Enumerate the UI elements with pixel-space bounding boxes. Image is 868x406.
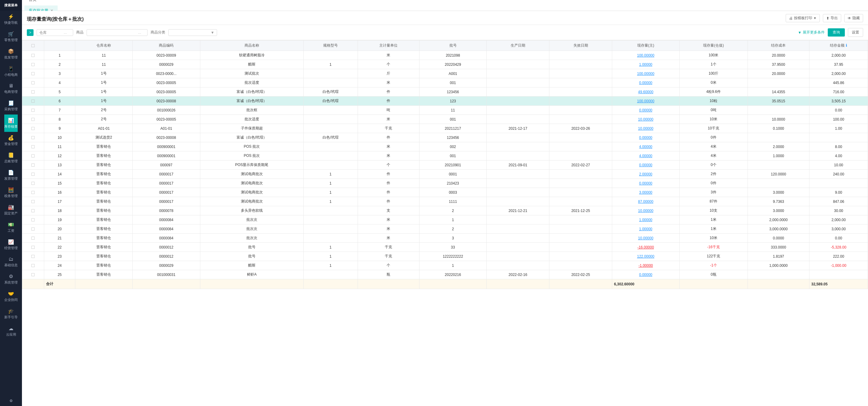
set-button[interactable]: 设置 (848, 28, 863, 37)
qty-link[interactable]: 122.00000 (637, 254, 654, 259)
cell-check[interactable]: ☐ (22, 197, 44, 206)
qty-link[interactable]: -1.00000 (639, 264, 653, 268)
row-checkbox[interactable]: ☐ (31, 90, 35, 94)
qty-link[interactable]: 10.00000 (638, 117, 653, 122)
cell-check[interactable]: ☐ (22, 252, 44, 261)
qty-link[interactable]: 0.00000 (639, 136, 652, 140)
tab-home[interactable]: 首页 (24, 0, 58, 5)
cell-check[interactable]: ☐ (22, 97, 44, 106)
sidebar-item-system[interactable]: ⚙系统管理 (4, 270, 18, 288)
sidebar-item-collab[interactable]: 🤝企业协同 (4, 288, 18, 305)
row-checkbox[interactable]: ☐ (31, 181, 35, 186)
cell-check[interactable]: ☐ (22, 69, 44, 78)
cell-check[interactable]: ☐ (22, 206, 44, 215)
qty-link[interactable]: 0.00000 (639, 108, 652, 112)
cell-check[interactable]: ☐ (22, 215, 44, 225)
qty-link[interactable]: 10.00000 (638, 126, 653, 131)
cell-check[interactable]: ☐ (22, 106, 44, 115)
sidebar-item-cloud[interactable]: ☁云应用 (4, 323, 18, 340)
cell-check[interactable]: ☐ (22, 179, 44, 188)
expand-more-button[interactable]: ▼ 展开更多条件 (798, 30, 825, 35)
qty-link[interactable]: 0.00000 (639, 81, 652, 85)
qty-link[interactable]: 100.00000 (637, 72, 654, 76)
warehouse-dots[interactable]: ... (64, 30, 67, 35)
row-checkbox[interactable]: ☐ (31, 217, 35, 222)
sidebar-settings[interactable]: ⚙ (0, 396, 22, 406)
product-input[interactable] (89, 30, 138, 35)
sidebar-item-wholesale[interactable]: 📦批发管理 (4, 45, 18, 63)
cell-check[interactable]: ☐ (22, 170, 44, 179)
sidebar-item-guide[interactable]: 🎓新手引导 (4, 305, 18, 323)
qty-link[interactable]: 0.00000 (639, 181, 652, 185)
sidebar-item-retail[interactable]: 🛒零售管理 (4, 28, 18, 45)
cell-check[interactable]: ☐ (22, 115, 44, 124)
qty-link[interactable]: 1.00000 (639, 62, 652, 67)
cell-check[interactable]: ☐ (22, 270, 44, 279)
qty-link[interactable]: 2.00000 (639, 172, 652, 176)
qty-link[interactable]: 3.00000 (639, 190, 652, 195)
row-checkbox[interactable]: ☐ (31, 208, 35, 213)
row-checkbox[interactable]: ☐ (31, 135, 35, 140)
sidebar-item-inventory[interactable]: 📊库存核查 (4, 114, 18, 132)
row-checkbox[interactable]: ☐ (31, 272, 35, 277)
row-checkbox[interactable]: ☐ (31, 199, 35, 204)
row-checkbox[interactable]: ☐ (31, 144, 35, 149)
cell-check[interactable]: ☐ (22, 188, 44, 197)
row-checkbox[interactable]: ☐ (31, 117, 35, 122)
sidebar-item-quick-nav[interactable]: ⚡快捷导航 (4, 11, 18, 28)
product-filter[interactable]: ... (87, 29, 148, 36)
sidebar-item-ecommerce[interactable]: 🖥电商管理 (4, 80, 18, 97)
sidebar-item-purchase[interactable]: 🧾采购管理 (4, 97, 18, 114)
hide-button[interactable]: 👁 隐藏 (844, 14, 863, 22)
filter-arrow-button[interactable]: > (27, 29, 34, 36)
row-checkbox[interactable]: ☐ (31, 172, 35, 177)
qty-link[interactable]: 1.00000 (639, 218, 652, 222)
sidebar-item-fixed-asset[interactable]: 🏭固定资产 (4, 201, 18, 219)
row-checkbox[interactable]: ☐ (31, 80, 35, 85)
qty-link[interactable]: 0.00000 (639, 273, 652, 277)
warehouse-filter[interactable]: ... (37, 29, 73, 36)
qty-link[interactable]: 10.00000 (638, 236, 653, 240)
cell-check[interactable]: ☐ (22, 142, 44, 151)
qty-link[interactable]: 4.00000 (639, 154, 652, 158)
sidebar-item-general[interactable]: 📒总账管理 (4, 149, 18, 167)
cell-check[interactable]: ☐ (22, 51, 44, 60)
cell-check[interactable]: ☐ (22, 133, 44, 142)
cell-check[interactable]: ☐ (22, 234, 44, 243)
qty-link[interactable]: 49.60000 (638, 90, 653, 94)
warehouse-input[interactable] (39, 30, 64, 35)
sidebar-item-finance[interactable]: 💰资金管理 (4, 132, 18, 149)
cell-check[interactable]: ☐ (22, 151, 44, 161)
sidebar-search-menu[interactable]: 搜索菜单 (0, 0, 22, 11)
qty-link[interactable]: 4.00000 (639, 145, 652, 149)
row-checkbox[interactable]: ☐ (31, 108, 35, 113)
row-checkbox[interactable]: ☐ (31, 71, 35, 76)
row-checkbox[interactable]: ☐ (31, 263, 35, 268)
qty-link[interactable]: 100.00000 (637, 53, 654, 58)
export-button[interactable]: ⬆ 导出 (823, 14, 841, 22)
row-checkbox[interactable]: ☐ (31, 245, 35, 250)
qty-link[interactable]: 10.00000 (638, 209, 653, 213)
search-button[interactable]: 查询 (828, 28, 845, 37)
row-checkbox[interactable]: ☐ (31, 126, 35, 131)
qty-link[interactable]: 100.00000 (637, 99, 654, 103)
qty-link[interactable]: -16.00000 (638, 245, 654, 249)
qty-link[interactable]: 0.00000 (639, 163, 652, 167)
sidebar-item-invoice[interactable]: 📄发票管理 (4, 167, 18, 184)
sidebar-item-tax[interactable]: 🧮税务管理 (4, 184, 18, 201)
cell-check[interactable]: ☐ (22, 78, 44, 88)
row-checkbox[interactable]: ☐ (31, 99, 35, 104)
sidebar-item-payroll[interactable]: 💵工资 (4, 219, 18, 236)
product-dots[interactable]: ... (138, 30, 141, 35)
row-checkbox[interactable]: ☐ (31, 53, 35, 58)
row-checkbox[interactable]: ☐ (31, 254, 35, 259)
sidebar-item-ops[interactable]: 📈经营管理 (4, 236, 18, 253)
row-checkbox[interactable]: ☐ (31, 163, 35, 168)
sidebar-item-basic[interactable]: 🗂基础信息 (4, 253, 18, 270)
sidebar-item-mini-shop[interactable]: 📱小程电商 (4, 63, 18, 80)
cell-check[interactable]: ☐ (22, 261, 44, 270)
qty-link[interactable]: 1.00000 (639, 227, 652, 231)
row-checkbox[interactable]: ☐ (31, 227, 35, 232)
cell-check[interactable]: ☐ (22, 124, 44, 133)
qty-link[interactable]: 87.00000 (638, 200, 653, 204)
